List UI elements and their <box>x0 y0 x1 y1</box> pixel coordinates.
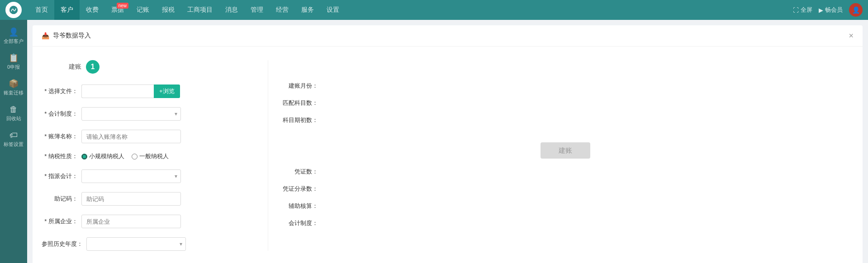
sidebar: 👤 全部客户 📋 0申报 📦 账套迁移 🗑 回收站 🏷 标签设置 <box>0 20 27 263</box>
browse-button[interactable]: +浏览 <box>154 85 180 98</box>
memo-input[interactable] <box>81 192 181 206</box>
nav-item-service[interactable]: 服务 <box>295 0 320 20</box>
match-row: 匹配科目数： <box>277 99 854 107</box>
accountant-row: * 指派会计： <box>42 169 250 183</box>
sidebar-item-all-clients[interactable]: 👤 全部客户 <box>0 23 27 49</box>
import-panel: 📥 导爷数据导入 × 建账 1 * 选择文件： <box>33 25 863 263</box>
step-label: 建账 <box>69 63 81 71</box>
tax-label: * 纳税性质： <box>42 152 78 160</box>
match-label: 匹配科目数： <box>277 99 318 107</box>
sidebar-item-declare-label: 0申报 <box>7 64 20 70</box>
company-label: * 所属企业： <box>42 217 78 225</box>
tax-row: * 纳税性质： 小规模纳税人 一般纳税人 <box>42 152 250 160</box>
fullscreen-button[interactable]: ⛶ 全屏 <box>793 6 812 14</box>
memo-row: 助记码： <box>42 192 250 206</box>
period-label: 科目期初数： <box>277 116 318 124</box>
info-accounting-label: 会计制度： <box>277 219 318 227</box>
sidebar-item-migrate[interactable]: 📦 账套迁移 <box>0 75 27 101</box>
month-label: 建账月份： <box>277 82 318 90</box>
tax-general-radio[interactable] <box>132 154 138 160</box>
panel-header: 📥 导爷数据导入 × <box>33 25 863 47</box>
step-circle: 1 <box>86 60 100 74</box>
accounting-label: * 会计制度： <box>42 110 78 118</box>
main-content: 📥 导爷数据导入 × 建账 1 * 选择文件： <box>27 20 868 263</box>
close-button[interactable]: × <box>849 32 854 40</box>
nav-item-operation[interactable]: 经营 <box>270 0 295 20</box>
file-input-group: +浏览 <box>81 85 180 98</box>
declare-icon: 📋 <box>9 54 19 62</box>
voucher-label: 凭证数： <box>277 168 318 176</box>
fullscreen-icon: ⛶ <box>793 7 799 14</box>
tax-general-label: 一般纳税人 <box>139 152 169 160</box>
all-clients-icon: 👤 <box>9 28 19 36</box>
company-input[interactable] <box>81 215 181 228</box>
accounting-select[interactable] <box>81 107 181 121</box>
period-row: 科目期初数： <box>277 116 854 124</box>
top-navigation: 首页 客户 收费 票据 new 记账 报税 工商项目 消息 管理 经营 服务 设… <box>0 0 868 20</box>
tax-general-option[interactable]: 一般纳税人 <box>132 152 169 160</box>
sidebar-item-all-clients-label: 全部客户 <box>4 38 24 45</box>
nav-item-client[interactable]: 客户 <box>54 0 80 20</box>
sidebar-item-recycle-label: 回收站 <box>6 115 21 122</box>
build-btn-area: 建账 <box>277 133 854 159</box>
tax-small-label: 小规模纳税人 <box>89 152 124 160</box>
aux-label: 辅助核算： <box>277 202 318 210</box>
user-avatar[interactable]: 👤 <box>849 3 863 17</box>
info-accounting-row: 会计制度： <box>277 219 854 227</box>
nav-item-fee[interactable]: 收费 <box>80 0 105 20</box>
form-section: 建账 1 * 选择文件： +浏览 * 会计制度： <box>42 60 268 251</box>
history-label: 参照历史年度： <box>42 240 83 248</box>
memo-label: 助记码： <box>42 195 78 203</box>
history-select-wrap <box>86 237 186 251</box>
history-row: 参照历史年度： <box>42 237 250 251</box>
nav-item-invoice[interactable]: 票据 new <box>105 0 130 20</box>
accountant-select-wrap <box>81 169 181 183</box>
new-badge: new <box>117 3 128 9</box>
main-layout: 👤 全部客户 📋 0申报 📦 账套迁移 🗑 回收站 🏷 标签设置 📥 导爷数据导… <box>0 20 868 263</box>
info-section: 建账月份： 匹配科目数： 科目期初数： 建账 <box>268 60 854 251</box>
nav-item-message[interactable]: 消息 <box>219 0 244 20</box>
company-row: * 所属企业： <box>42 215 250 228</box>
recycle-icon: 🗑 <box>9 105 18 113</box>
nav-item-bookkeep[interactable]: 记账 <box>130 0 156 20</box>
sidebar-item-tag-label: 标签设置 <box>4 141 24 148</box>
file-row: * 选择文件： +浏览 <box>42 85 250 98</box>
migrate-icon: 📦 <box>9 80 19 88</box>
panel-body: 建账 1 * 选择文件： +浏览 * 会计制度： <box>33 47 863 263</box>
build-account-button[interactable]: 建账 <box>541 142 590 159</box>
nav-item-home[interactable]: 首页 <box>29 0 54 20</box>
app-logo[interactable] <box>5 2 22 18</box>
voucher-lines-row: 凭证分录数： <box>277 185 854 193</box>
vip-button[interactable]: ▶ 畅会员 <box>819 6 843 14</box>
file-label: * 选择文件： <box>42 87 78 95</box>
sidebar-item-tag[interactable]: 🏷 标签设置 <box>0 127 27 152</box>
panel-title: 导爷数据导入 <box>53 32 91 40</box>
file-input[interactable] <box>81 85 154 98</box>
sidebar-item-recycle[interactable]: 🗑 回收站 <box>0 101 27 127</box>
nav-item-tax[interactable]: 报税 <box>156 0 181 20</box>
tax-radio-group: 小规模纳税人 一般纳税人 <box>81 152 169 160</box>
month-row: 建账月份： <box>277 82 854 90</box>
ledger-label: * 账簿名称： <box>42 132 78 141</box>
voucher-row: 凭证数： <box>277 168 854 176</box>
aux-row: 辅助核算： <box>277 202 854 210</box>
nav-item-settings[interactable]: 设置 <box>320 0 346 20</box>
ledger-input[interactable] <box>81 130 181 143</box>
nav-right-area: ⛶ 全屏 ▶ 畅会员 👤 <box>793 3 863 17</box>
tax-small-option[interactable]: 小规模纳税人 <box>81 152 124 160</box>
tag-icon: 🏷 <box>9 131 18 139</box>
tax-small-radio[interactable] <box>81 154 87 160</box>
sidebar-item-declare[interactable]: 📋 0申报 <box>0 49 27 75</box>
history-select[interactable] <box>86 237 186 251</box>
nav-item-manage[interactable]: 管理 <box>244 0 270 20</box>
ledger-row: * 账簿名称： <box>42 130 250 143</box>
accountant-label: * 指派会计： <box>42 172 78 180</box>
voucher-lines-label: 凭证分录数： <box>277 185 318 193</box>
import-icon: 📥 <box>42 32 49 39</box>
accounting-row: * 会计制度： <box>42 107 250 121</box>
vip-icon: ▶ <box>819 7 823 14</box>
accounting-select-wrap <box>81 107 181 121</box>
accountant-select[interactable] <box>81 169 181 183</box>
nav-item-business[interactable]: 工商项目 <box>181 0 219 20</box>
sidebar-item-migrate-label: 账套迁移 <box>4 89 24 96</box>
